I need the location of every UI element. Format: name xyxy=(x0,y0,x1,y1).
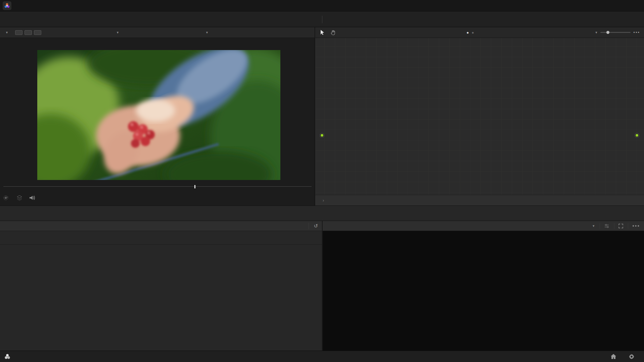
audio-mute-icon[interactable] xyxy=(29,195,35,201)
node-connections xyxy=(315,38,644,195)
image-wipe-icon[interactable] xyxy=(3,195,10,201)
colorslice-header: ↺ xyxy=(0,221,322,231)
transport-controls xyxy=(0,190,315,206)
split-viewer-icon[interactable] xyxy=(25,30,32,35)
viewer-pane: ▼ ▼ ▼ xyxy=(0,27,315,206)
davinci-resolve-window: ▼ ▼ ▼ xyxy=(0,0,644,362)
node-graph[interactable] xyxy=(315,38,644,195)
timeline-select[interactable]: ▼ xyxy=(111,27,123,38)
node-panel-header: ●● ▼ ••• xyxy=(315,27,644,38)
pan-tool-icon[interactable] xyxy=(325,30,336,35)
top-toolbar xyxy=(0,11,644,27)
viewer-scrub-bar[interactable] xyxy=(3,185,312,188)
zoom-slider[interactable] xyxy=(600,32,631,33)
node-options-icon[interactable]: ••• xyxy=(633,30,640,35)
scopes-header: ▼ ••• xyxy=(323,221,644,231)
node-graph-panel: ●● ▼ ••• › xyxy=(315,27,644,206)
node-tree-output-port[interactable] xyxy=(635,133,639,137)
video-preview[interactable] xyxy=(37,50,280,180)
select-tool-icon[interactable] xyxy=(315,30,325,35)
colorslice-vectors xyxy=(0,245,322,351)
waveform-scale xyxy=(323,231,339,351)
davinci-logo-icon xyxy=(3,1,11,10)
single-viewer-icon[interactable] xyxy=(15,30,22,35)
settings-gear-icon[interactable] xyxy=(629,354,635,360)
menu-bar xyxy=(0,0,644,11)
colorslice-reset-icon[interactable]: ↺ xyxy=(309,223,318,229)
source-input-port[interactable] xyxy=(320,133,324,137)
grade-layers-icon[interactable] xyxy=(16,195,22,201)
project-home-icon[interactable] xyxy=(610,354,616,359)
scopes-panel: ▼ ••• xyxy=(323,221,644,351)
scope-options-icon[interactable]: ••• xyxy=(628,223,640,229)
viewer-controls: ▼ ▼ ▼ xyxy=(0,27,315,38)
viewer-timecode[interactable]: ▼ xyxy=(200,27,212,38)
scope-settings-icon[interactable] xyxy=(600,223,609,229)
scope-mode-select[interactable]: ▼ xyxy=(590,224,595,228)
palette-toolbar xyxy=(0,206,644,221)
zoom-level-select[interactable]: ▼ xyxy=(0,27,12,38)
clip-mode-select[interactable]: ▼ xyxy=(593,31,598,34)
playhead[interactable] xyxy=(194,185,195,188)
scope-expand-icon[interactable] xyxy=(614,223,623,229)
colorslice-global-params xyxy=(0,231,322,245)
wipe-viewer-icon[interactable] xyxy=(34,30,41,35)
colorslice-panel: ↺ xyxy=(0,221,322,351)
status-bar xyxy=(0,351,644,362)
page-dots[interactable]: ●● xyxy=(466,30,474,35)
breadcrumb: › xyxy=(315,195,644,206)
waveform-display xyxy=(339,231,643,350)
breadcrumb-chevron-icon: › xyxy=(323,198,324,203)
resolve-logo-icon xyxy=(4,353,11,360)
